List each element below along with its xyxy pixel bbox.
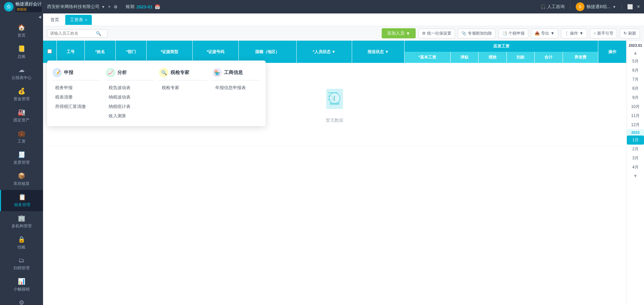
sidebar-label-inventory: 库存核算 (13, 181, 30, 187)
th-status[interactable]: *人员状态 ▼ (297, 41, 352, 63)
sidebar-item-general-ledger[interactable]: 📒 总账 (0, 42, 43, 63)
fenxi-item-2[interactable]: 纳税统计表 (106, 102, 154, 111)
fund-icon: 💰 (18, 87, 25, 95)
shenba-item-2[interactable]: 所得税汇算清缴 (52, 102, 101, 111)
timeline-month-10[interactable]: 10月 (627, 102, 644, 111)
empty-text: 暂无数据 (326, 117, 343, 123)
timeline-month-3[interactable]: 3月 (627, 154, 644, 163)
timeline-down-arrow[interactable]: ▼ (632, 172, 639, 180)
header-right: 🎧 人工咨询 B 畅捷通B组... ▼ ⬜ × (540, 2, 640, 11)
special-deduction-label: 专项附加扣除 (468, 31, 492, 36)
company-dropdown-icon[interactable]: ▼ (102, 5, 105, 9)
window-close-btn[interactable]: × (637, 4, 640, 10)
th-submit-status[interactable]: 报送状态 ▼ (352, 41, 404, 63)
report-icon: 📊 (18, 278, 25, 285)
search-input[interactable] (50, 31, 94, 36)
sidebar-label-report: 小畅报销 (13, 287, 30, 292)
th-base-wage: *基本工资 (405, 52, 451, 63)
search-box[interactable]: 🔍 (47, 29, 108, 38)
sidebar-item-cloud-report[interactable]: ☁ 云报表中心 (0, 63, 43, 84)
add-company-icon[interactable]: ＋ (107, 4, 112, 10)
user-dropdown-icon[interactable]: ▼ (613, 5, 616, 9)
timeline-month-7[interactable]: 7月 (627, 75, 644, 84)
shenba-item-0[interactable]: 税务申报 (52, 83, 101, 92)
add-person-btn[interactable]: 添加人员 ▼ (382, 28, 416, 38)
timeline-month-4[interactable]: 4月 (627, 163, 644, 172)
tab-bar: 首页 工资表 × (43, 13, 644, 26)
tab-home-label: 首页 (50, 17, 59, 23)
sidebar-item-multi-org[interactable]: 🏢 多机构管理 (0, 211, 43, 232)
guide-toolbar-icon: ○ (594, 31, 596, 36)
th-checkbox[interactable] (43, 41, 56, 63)
guide-btn[interactable]: ○ 新手引导 (590, 29, 617, 38)
sidebar-item-archive[interactable]: 🗂 归档管理 (0, 254, 43, 274)
timeline-month-2[interactable]: 2月 (627, 145, 644, 154)
fenxi-item-1[interactable]: 纳税波动表 (106, 92, 154, 102)
window-restore-btn[interactable]: ⬜ (627, 4, 633, 9)
service-btn[interactable]: 🎧 人工咨询 (540, 4, 565, 10)
tax-report-btn[interactable]: 📑 个税申报 (498, 29, 528, 38)
timeline-month-12[interactable]: 12月 (627, 120, 644, 129)
export-btn[interactable]: 📤 导出 ▼ (531, 29, 558, 38)
timeline-month-11[interactable]: 11月 (627, 111, 644, 120)
gongshang-item-0[interactable]: 年报信息申报表 (213, 83, 261, 92)
tax-dropdown-menu: 📝 申报 税务申报 税表清册 所得税汇算清缴 📈 分析 税负波动表 纳税波动表 … (47, 61, 266, 126)
app-header: 会 畅捷通好会计 旗舰版 西安虾米网络科技有限公司 ▼ ＋ ⚙ 账期 2023-… (0, 0, 644, 13)
sidebar-collapse-btn[interactable]: ◀ (38, 15, 41, 19)
timeline-up-arrow[interactable]: ▲ (632, 49, 639, 57)
fenxi-item-0[interactable]: 税负波动表 (106, 83, 154, 92)
timeline-month-8[interactable]: 8月 (627, 84, 644, 93)
tab-salary-table[interactable]: 工资表 × (65, 15, 92, 25)
sidebar-item-settings[interactable]: ⚙ 基础设置 (0, 296, 43, 305)
timeline-month-5[interactable]: 5月 (627, 57, 644, 66)
search-icon[interactable]: 🔍 (96, 31, 101, 36)
export-dropdown-icon[interactable]: ▼ (551, 31, 555, 36)
th-total: 合计 (535, 52, 563, 63)
th-name[interactable]: *姓名 (84, 41, 115, 63)
select-all-checkbox[interactable] (47, 49, 52, 53)
sidebar-item-home[interactable]: 🏠 首页 (0, 21, 43, 42)
tab-close-btn[interactable]: × (85, 18, 87, 22)
timeline-month-6[interactable]: 6月 (627, 66, 644, 75)
sidebar-item-report[interactable]: 📊 小畅报销 (0, 274, 43, 296)
dropdown-shenba-title: 📝 申报 (52, 66, 101, 80)
sidebar-item-close-accounts[interactable]: 🔒 结账 (0, 232, 43, 254)
th-pension: 养老费 (563, 52, 598, 63)
refresh-icon: ↻ (623, 31, 627, 36)
settings-icon[interactable]: ⚙ (114, 4, 118, 9)
sidebar-item-fixed-assets[interactable]: 🏭 固定资产 (0, 105, 43, 126)
fenxi-item-3[interactable]: 收入测算 (106, 111, 154, 121)
zhuanjia-item-0[interactable]: 税检专家 (159, 83, 207, 92)
sidebar-item-fund[interactable]: 💰 资金管理 (0, 84, 43, 105)
shenba-item-1[interactable]: 税表清册 (52, 92, 101, 102)
tab-home[interactable]: 首页 (46, 15, 64, 25)
timeline-month-9[interactable]: 9月 (627, 93, 644, 102)
sidebar-item-salary[interactable]: 💼 工资 (0, 126, 43, 148)
calendar-icon[interactable]: 📅 (155, 4, 160, 9)
dropdown-zhuanjia-title: 🔍 税检专家 (159, 66, 207, 80)
period-label: 账期 (126, 4, 135, 10)
refresh-btn[interactable]: ↻ 刷新 (620, 29, 640, 38)
operation-label: 操作 (570, 31, 578, 36)
timeline-header: 2023.01 (629, 42, 642, 49)
period-value: 2023-01 (137, 4, 153, 9)
sidebar-item-tax[interactable]: 📋 税务管理 (0, 190, 43, 211)
user-menu[interactable]: B 畅捷通B组... ▼ (576, 2, 616, 11)
ledger-icon: 📒 (18, 45, 25, 52)
sidebar-collapse-area: ◀ (0, 13, 43, 21)
add-person-dropdown-icon[interactable]: ▼ (406, 31, 410, 36)
cloud-icon: ☁ (18, 66, 25, 74)
operation-dropdown-icon[interactable]: ▼ (579, 31, 583, 36)
headset-icon: 🎧 (540, 4, 546, 9)
sidebar-item-invoice[interactable]: 🧾 发票管理 (0, 148, 43, 169)
special-deduction-btn[interactable]: 📎 专项附加扣除 (458, 29, 496, 38)
assets-icon: 🏭 (18, 109, 25, 116)
guide-label: 新手引导 (597, 31, 613, 36)
operation-btn[interactable]: ⋮ 操作 ▼ (561, 29, 587, 38)
company-selector[interactable]: 西安虾米网络科技有限公司 ▼ ＋ ⚙ (47, 4, 118, 10)
social-insurance-btn[interactable]: ⚙ 统一社保设置 (418, 29, 455, 38)
logo-text-block: 畅捷通好会计 旗舰版 (15, 1, 42, 12)
sidebar-label-cloud: 云报表中心 (11, 75, 32, 81)
sidebar-item-inventory[interactable]: 📦 库存核算 (0, 169, 43, 190)
timeline-month-1[interactable]: 1月 (627, 136, 644, 145)
